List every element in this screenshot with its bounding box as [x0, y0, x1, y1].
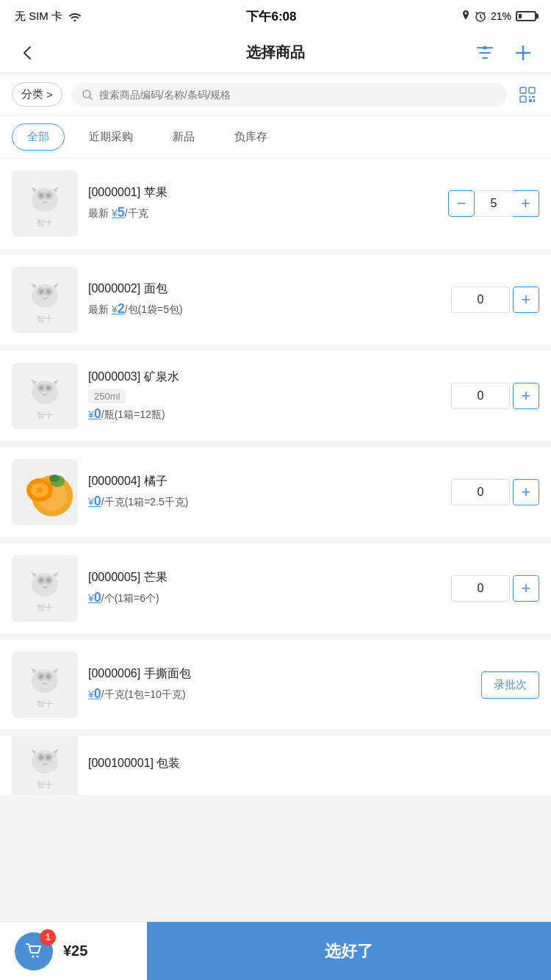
- product-info-0000006: [0000006] 手撕面包 ¥0/千克(1包=10千克): [88, 666, 471, 703]
- qty-plus-button[interactable]: +: [513, 383, 539, 409]
- product-info-0000005: [0000005] 芒果 ¥0/个(1箱=6个): [88, 570, 441, 607]
- qty-input[interactable]: [451, 575, 510, 602]
- owl-icon: 智十: [19, 370, 71, 422]
- category-label: 分类: [21, 87, 43, 101]
- product-name: [000100001] 包装: [88, 756, 539, 771]
- nav-actions: [472, 40, 536, 66]
- svg-point-15: [46, 289, 51, 294]
- product-image-0000004: [12, 459, 78, 525]
- svg-point-11: [32, 284, 58, 308]
- svg-point-32: [46, 578, 51, 583]
- confirm-button[interactable]: 选好了: [147, 922, 551, 981]
- tab-negative[interactable]: 负库存: [219, 123, 283, 151]
- product-item: 智十 [0000006] 手撕面包 ¥0/千克(1包=10千克) 录批次: [0, 640, 551, 729]
- product-price: ¥0/千克(1箱=2.5千克): [88, 494, 441, 509]
- svg-point-43: [32, 955, 35, 957]
- product-image-0000002: 智十: [12, 267, 78, 333]
- product-item: 智十 [0000005] 芒果 ¥0/个(1箱=6个) +: [0, 544, 551, 633]
- svg-point-38: [32, 750, 58, 774]
- qty-control-0000004: +: [451, 479, 539, 505]
- qty-plus-button[interactable]: +: [513, 190, 539, 217]
- product-price: ¥0/瓶(1箱=12瓶): [88, 406, 441, 422]
- tab-recent[interactable]: 近期采购: [73, 123, 148, 151]
- qty-plus-button[interactable]: +: [513, 287, 539, 313]
- svg-point-27: [49, 475, 60, 482]
- product-info-0000003: [0000003] 矿泉水 250ml ¥0/瓶(1箱=12瓶): [88, 370, 441, 423]
- svg-point-31: [39, 578, 43, 583]
- owl-icon: 智十: [19, 659, 71, 710]
- nav-bar: 选择商品: [0, 32, 551, 73]
- qty-input[interactable]: [475, 190, 513, 217]
- product-image-0000005: 智十: [12, 555, 78, 621]
- product-image-000100001: 智十: [12, 736, 78, 795]
- battery-icon: [516, 11, 536, 21]
- product-item: 智十 [0000002] 面包 最新 ¥2/包(1袋=5包) +: [0, 255, 551, 345]
- svg-rect-4: [529, 87, 535, 93]
- status-time: 下午6:08: [246, 8, 296, 25]
- svg-point-10: [46, 193, 51, 198]
- product-price: ¥0/千克(1包=10千克): [88, 686, 471, 702]
- qty-input[interactable]: [451, 479, 510, 505]
- product-spec: 250ml: [88, 389, 126, 403]
- svg-point-41: [39, 755, 43, 760]
- tab-all[interactable]: 全部: [12, 123, 65, 151]
- product-name: [0000002] 面包: [88, 281, 441, 297]
- owl-icon: 智十: [19, 563, 71, 614]
- product-price: 最新 ¥5/千克: [88, 205, 438, 220]
- qty-plus-button[interactable]: +: [513, 575, 539, 602]
- qty-minus-button[interactable]: −: [448, 190, 475, 217]
- qty-control-0000002: +: [451, 287, 539, 313]
- owl-icon: 智十: [19, 740, 71, 791]
- qty-input[interactable]: [451, 383, 510, 409]
- cart-button[interactable]: 1: [15, 932, 53, 970]
- svg-point-28: [32, 573, 58, 597]
- scan-button[interactable]: [516, 83, 539, 107]
- svg-point-14: [39, 289, 43, 294]
- owl-icon: 智十: [19, 274, 71, 325]
- product-item: 智十 [0000001] 苹果 最新 ¥5/千克 − +: [0, 159, 551, 248]
- svg-point-20: [46, 386, 51, 390]
- svg-point-44: [37, 955, 39, 957]
- back-button[interactable]: [15, 40, 41, 66]
- product-name: [0000005] 芒果: [88, 570, 441, 586]
- product-info-0000001: [0000001] 苹果 最新 ¥5/千克: [88, 185, 438, 222]
- product-image-0000006: 智十: [12, 652, 78, 718]
- search-input[interactable]: [99, 89, 497, 101]
- product-item: [0000004] 橘子 ¥0/千克(1箱=2.5千克) +: [0, 447, 551, 537]
- product-list: 智十 [0000001] 苹果 最新 ¥5/千克 − +: [0, 159, 551, 795]
- batch-button[interactable]: 录批次: [481, 671, 539, 699]
- svg-rect-5: [520, 96, 526, 102]
- carrier-text: 无 SIM 卡: [15, 10, 62, 24]
- svg-point-36: [39, 674, 43, 679]
- cart-total: ¥25: [63, 943, 87, 959]
- qty-control-0000003: +: [451, 383, 539, 409]
- cart-section: 1 ¥25: [0, 932, 147, 970]
- add-button[interactable]: [510, 40, 536, 66]
- svg-rect-3: [520, 87, 526, 93]
- product-name: [0000006] 手撕面包: [88, 666, 471, 682]
- svg-point-16: [32, 381, 58, 404]
- qty-input[interactable]: [451, 287, 510, 313]
- owl-icon: 智十: [19, 178, 71, 229]
- wifi-icon: [68, 11, 82, 21]
- product-info-0000004: [0000004] 橘子 ¥0/千克(1箱=2.5千克): [88, 474, 441, 511]
- qty-plus-button[interactable]: +: [513, 479, 539, 505]
- product-name: [0000004] 橘子: [88, 474, 441, 489]
- location-icon: [461, 10, 470, 22]
- filter-button[interactable]: [472, 40, 498, 66]
- status-right: 21%: [461, 10, 536, 22]
- status-left: 无 SIM 卡: [15, 10, 82, 24]
- svg-point-37: [46, 674, 51, 679]
- category-chevron: >: [46, 88, 53, 101]
- svg-point-19: [39, 386, 43, 390]
- category-button[interactable]: 分类 >: [12, 82, 62, 107]
- svg-point-6: [32, 188, 58, 212]
- tab-new[interactable]: 新品: [157, 123, 210, 151]
- orange-image: [12, 459, 78, 525]
- battery-percentage: 21%: [491, 10, 511, 22]
- product-image-0000001: 智十: [12, 170, 78, 237]
- svg-point-9: [39, 193, 43, 198]
- search-icon: [82, 89, 93, 101]
- svg-point-1: [483, 46, 487, 49]
- qty-control-0000005: +: [451, 575, 539, 602]
